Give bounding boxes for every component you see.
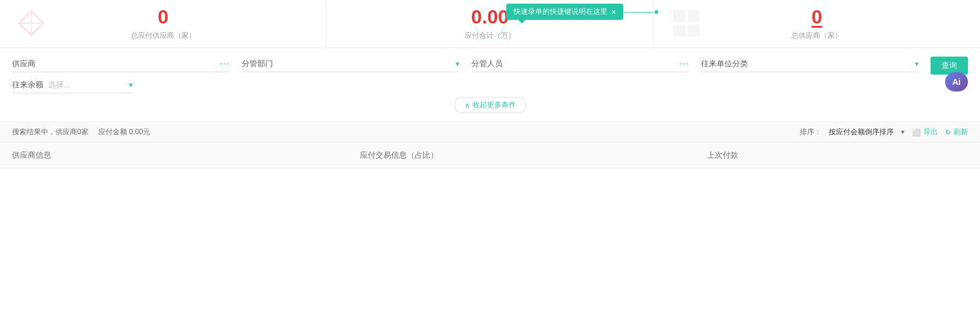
filter-supplier: 供应商 ··· — [12, 58, 230, 72]
total-supplier-count: 0 — [811, 7, 822, 28]
supplier-payable-label: 总应付供应商（家） — [131, 31, 196, 41]
top-summary: 0 总应付供应商（家） ¥ 0.00 应付合计（万） 快速录单的快捷键说明在这里… — [0, 0, 980, 48]
supplier-label: 供应商 — [12, 58, 36, 69]
money-icon: ¥ — [474, 7, 506, 41]
table-header: 供应商信息 应付交易信息（占比） 上次付款 — [0, 143, 980, 169]
query-button[interactable]: 查询 — [931, 57, 968, 75]
table-area: 供应商信息 应付交易信息（占比） 上次付款 — [0, 143, 980, 310]
total-supplier-label: 总供应商（家） — [791, 31, 842, 41]
svg-rect-5 — [673, 10, 685, 22]
balance-label: 往来余额 — [12, 79, 43, 90]
results-info: 搜索结果中，供应商0家 应付金额 0.00元 — [12, 127, 150, 137]
svg-rect-8 — [688, 24, 700, 36]
filter-department: 分管部门 ▾ — [242, 58, 459, 72]
sort-arrow-icon[interactable]: ▾ — [901, 128, 905, 136]
unit-category-input[interactable] — [753, 59, 915, 68]
manager-more-icon[interactable]: ··· — [679, 58, 689, 69]
amount-result: 应付金额 0.00元 — [98, 127, 151, 137]
tooltip-text: 快速录单的快捷键说明在这里 — [514, 7, 608, 17]
supplier-payable-count: 0 — [158, 7, 169, 28]
filter-balance: 往来余额 选择... ▾ — [12, 79, 133, 93]
supplier-count-result: 搜索结果中，供应商0家 — [12, 127, 89, 137]
tooltip-line — [624, 12, 655, 13]
summary-item-supplier: 0 总应付供应商（家） — [0, 1, 327, 46]
filter-unit-category: 往来单位分类 ▾ — [701, 58, 919, 72]
tooltip-dot — [653, 9, 659, 15]
diamond-icon — [18, 10, 45, 38]
supplier-input[interactable] — [40, 59, 220, 68]
department-label: 分管部门 — [242, 58, 273, 69]
refresh-icon: ↻ — [945, 128, 951, 137]
summary-item-total-supplier: 0 总供应商（家） — [654, 1, 980, 46]
col-lastpay-header: 上次付款 — [707, 150, 968, 161]
ai-button[interactable]: Ai — [945, 72, 968, 91]
grid-icon — [672, 8, 701, 39]
filter-manager: 分管人员 ··· — [471, 58, 689, 72]
department-input[interactable] — [278, 59, 456, 68]
col-supplier-header: 供应商信息 — [12, 150, 360, 161]
export-icon: ⬜ — [912, 128, 921, 137]
results-bar: 搜索结果中，供应商0家 应付金额 0.00元 排序： 按应付会额倒序排序 ▾ ⬜… — [0, 122, 980, 143]
manager-label: 分管人员 — [471, 58, 503, 69]
svg-text:¥: ¥ — [486, 15, 494, 30]
refresh-label: 刷新 — [953, 127, 968, 137]
manager-input[interactable] — [507, 59, 679, 68]
sort-value[interactable]: 按应付会额倒序排序 — [829, 127, 894, 137]
department-arrow-icon[interactable]: ▾ — [456, 60, 459, 68]
summary-item-total: ¥ 0.00 应付合计（万） 快速录单的快捷键说明在这里 × — [327, 1, 653, 46]
filter-row-2: 往来余额 选择... ▾ — [12, 79, 968, 93]
svg-rect-7 — [673, 24, 685, 36]
collapse-button[interactable]: ∧ 收起更多条件 — [454, 97, 526, 113]
export-button[interactable]: ⬜ 导出 — [912, 127, 938, 137]
collapse-chevron-icon: ∧ — [465, 101, 470, 110]
refresh-button[interactable]: ↻ 刷新 — [945, 127, 968, 137]
table-body — [0, 169, 980, 310]
sort-label: 排序： — [800, 127, 821, 137]
tooltip-close-btn[interactable]: × — [611, 8, 616, 16]
unit-category-arrow-icon[interactable]: ▾ — [915, 60, 919, 68]
unit-category-label: 往来单位分类 — [701, 58, 748, 69]
svg-rect-6 — [688, 10, 700, 22]
filter-row-1: 供应商 ··· 分管部门 ▾ 分管人员 ··· 往来单位分类 ▾ 查询 — [12, 55, 968, 75]
balance-placeholder: 选择... — [48, 79, 129, 90]
filter-area: 供应商 ··· 分管部门 ▾ 分管人员 ··· 往来单位分类 ▾ 查询 往来余额… — [0, 48, 980, 122]
balance-arrow-icon[interactable]: ▾ — [129, 81, 133, 89]
export-label: 导出 — [923, 127, 938, 137]
results-actions: 排序： 按应付会额倒序排序 ▾ ⬜ 导出 ↻ 刷新 — [800, 127, 968, 137]
shortcut-tooltip: 快速录单的快捷键说明在这里 × — [506, 4, 623, 20]
supplier-more-icon[interactable]: ··· — [220, 58, 230, 69]
collapse-label: 收起更多条件 — [473, 100, 516, 110]
col-transaction-header: 应付交易信息（占比） — [360, 150, 708, 161]
